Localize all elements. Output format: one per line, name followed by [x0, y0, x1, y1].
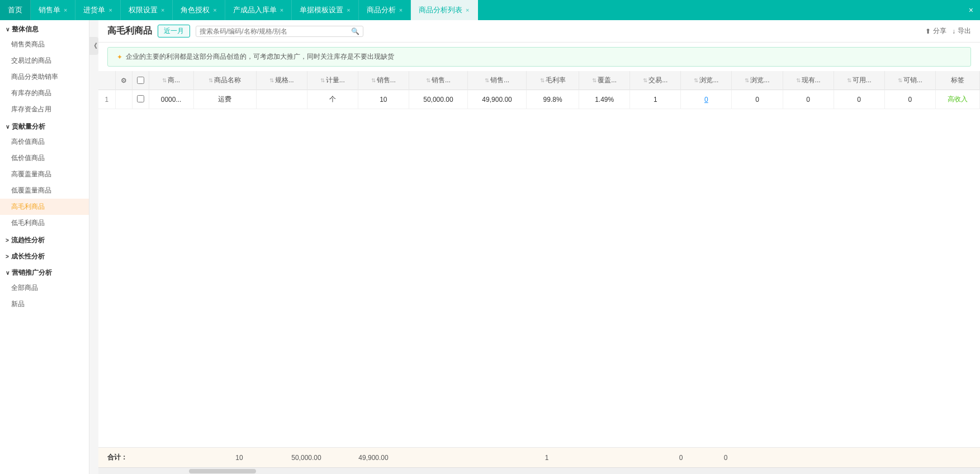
search-icon[interactable]: 🔍	[351, 27, 359, 35]
th-sales_qty[interactable]: ⇅销售...	[358, 71, 409, 90]
nav-close-icon[interactable]: ×	[161, 7, 164, 13]
top-navigation: 首页销售单 ×进货单 ×权限设置 ×角色授权 ×产成品入库单 ×单据模板设置 ×…	[0, 0, 980, 20]
nav-close-icon[interactable]: ×	[347, 7, 350, 13]
nav-item-角色授权[interactable]: 角色授权 ×	[173, 0, 225, 20]
settings-icon[interactable]: ⚙	[121, 77, 127, 85]
th-trade[interactable]: ⇅交易...	[630, 71, 681, 90]
th-label: 销售...	[377, 76, 396, 85]
sidebar-item-低价值商品[interactable]: 低价值商品	[0, 150, 89, 166]
horizontal-scrollbar[interactable]	[98, 467, 980, 474]
footer-current-stock: 0	[659, 454, 703, 462]
sidebar-item-库存资金占用[interactable]: 库存资金占用	[0, 101, 89, 118]
header-actions: ⬆ 分享 ↓ 导出	[925, 26, 971, 36]
th-tag: 标签	[935, 71, 979, 90]
th-available[interactable]: ⇅可用...	[834, 71, 884, 90]
nav-close-icon[interactable]: ×	[108, 7, 112, 13]
section-label: 营销推广分析	[12, 268, 52, 278]
sort-icon: ⇅	[426, 77, 430, 83]
th-gross_margin[interactable]: ⇅毛利率	[527, 71, 579, 90]
sidebar-section-贡献量分析[interactable]: ∨贡献量分析	[0, 118, 89, 134]
nav-item-单据模板设置[interactable]: 单据模板设置 ×	[292, 0, 358, 20]
nav-item-产成品入库单[interactable]: 产成品入库单 ×	[225, 0, 292, 20]
sort-icon: ⇅	[643, 77, 647, 83]
select-all-checkbox[interactable]	[137, 77, 144, 84]
sidebar-item-高覆盖量商品[interactable]: 高覆盖量商品	[0, 166, 89, 182]
sort-icon: ⇅	[796, 77, 801, 83]
sidebar-item-交易过的商品[interactable]: 交易过的商品	[0, 53, 89, 69]
row-checkbox[interactable]	[137, 95, 144, 102]
th-sales_profit[interactable]: ⇅销售...	[468, 71, 527, 90]
sidebar-item-新品[interactable]: 新品	[0, 296, 89, 312]
sidebar-item-低毛利商品[interactable]: 低毛利商品	[0, 215, 89, 231]
sidebar-item-高毛利商品[interactable]: 高毛利商品	[0, 199, 89, 215]
th-label: 可用...	[853, 76, 872, 85]
sidebar: ∨整体信息销售类商品交易过的商品商品分类助销率有库存的商品库存资金占用∨贡献量分…	[0, 20, 89, 474]
th-settings: ⚙	[115, 71, 132, 90]
footer-label: 合计：	[107, 453, 127, 462]
footer-sales-qty: 10	[206, 454, 273, 462]
footer-summary: 合计：1050,000.0049,900.00100	[98, 447, 980, 467]
nav-close-icon[interactable]: ×	[213, 7, 216, 13]
search-input[interactable]	[200, 27, 351, 35]
cell-sales_qty: 10	[358, 90, 409, 109]
sidebar-section-整体信息[interactable]: ∨整体信息	[0, 20, 89, 36]
sidebar-section-流趋性分析[interactable]: >流趋性分析	[0, 231, 89, 247]
filter-button[interactable]: 近一月	[158, 25, 190, 37]
th-code[interactable]: ⇅商...	[149, 71, 193, 90]
cell-sales_amount: 50,000.00	[409, 90, 467, 109]
search-box: 🔍	[196, 26, 363, 37]
nav-close-icon[interactable]: ×	[64, 7, 67, 13]
share-icon: ⬆	[925, 27, 931, 35]
footer-sales-profit: 49,900.00	[340, 454, 407, 462]
th-label: 标签	[951, 76, 964, 85]
row-num: 1	[98, 90, 115, 109]
nav-item-商品分析列表[interactable]: 商品分析列表 ×	[411, 0, 477, 20]
cell-code: 0000...	[149, 90, 193, 109]
sidebar-collapse-button[interactable]: 《	[89, 37, 98, 55]
sidebar-item-低覆盖量商品[interactable]: 低覆盖量商品	[0, 182, 89, 199]
content-header: 高毛利商品 近一月 🔍 ⬆ 分享 ↓ 导出	[98, 20, 980, 43]
nav-item-进货单[interactable]: 进货单 ×	[75, 0, 120, 20]
nav-close-icon[interactable]: ×	[280, 7, 283, 13]
sidebar-item-销售类商品[interactable]: 销售类商品	[0, 36, 89, 53]
share-button[interactable]: ⬆ 分享	[925, 26, 946, 36]
th-label: 可销...	[903, 76, 922, 85]
sidebar-item-高价值商品[interactable]: 高价值商品	[0, 134, 89, 150]
th-current_stock[interactable]: ⇅现有...	[783, 71, 834, 90]
sidebar-item-商品分类助销率[interactable]: 商品分类助销率	[0, 69, 89, 85]
nav-item-首页[interactable]: 首页	[0, 0, 31, 20]
page-title: 高毛利商品	[107, 25, 152, 37]
sidebar-section-营销推广分析[interactable]: ∨营销推广分析	[0, 264, 89, 280]
th-spec[interactable]: ⇅规格...	[256, 71, 307, 90]
th-name[interactable]: ⇅商品名称	[193, 71, 256, 90]
sort-icon: ⇅	[592, 77, 596, 83]
nav-close-icon[interactable]: ×	[466, 7, 469, 13]
nav-close-icon[interactable]: ×	[399, 7, 403, 13]
window-close-button[interactable]: ×	[962, 6, 980, 15]
th-view1[interactable]: ⇅浏览...	[681, 71, 732, 90]
th-view2[interactable]: ⇅浏览...	[732, 71, 783, 90]
cell-view1[interactable]: 0	[681, 90, 732, 109]
nav-item-销售单[interactable]: 销售单 ×	[31, 0, 75, 20]
arrow-icon: >	[6, 254, 9, 260]
sidebar-section-成长性分析[interactable]: >成长性分析	[0, 247, 89, 264]
nav-item-商品分析[interactable]: 商品分析 ×	[359, 0, 411, 20]
th-label: 现有...	[802, 76, 821, 85]
cell-coverage: 1.49%	[579, 90, 630, 109]
th-sales_amount[interactable]: ⇅销售...	[409, 71, 467, 90]
th-label: 浏览...	[699, 76, 718, 85]
scrollbar-thumb[interactable]	[189, 469, 256, 473]
th-unit[interactable]: ⇅计量...	[307, 71, 358, 90]
nav-item-权限设置[interactable]: 权限设置 ×	[121, 0, 173, 20]
cell-sales_profit: 49,900.00	[468, 90, 527, 109]
cell-tag: 高收入	[935, 90, 979, 109]
th-sellable[interactable]: ⇅可销...	[884, 71, 935, 90]
th-num	[98, 71, 115, 90]
content-area: 高毛利商品 近一月 🔍 ⬆ 分享 ↓ 导出 ✦ 企业的主要的利润都是这部分商品创…	[98, 20, 980, 474]
arrow-icon: ∨	[6, 26, 10, 32]
export-button[interactable]: ↓ 导出	[952, 26, 971, 36]
sidebar-item-有库存的商品[interactable]: 有库存的商品	[0, 85, 89, 101]
sidebar-item-全部商品[interactable]: 全部商品	[0, 280, 89, 296]
th-coverage[interactable]: ⇅覆盖...	[579, 71, 630, 90]
cell-view2: 0	[732, 90, 783, 109]
